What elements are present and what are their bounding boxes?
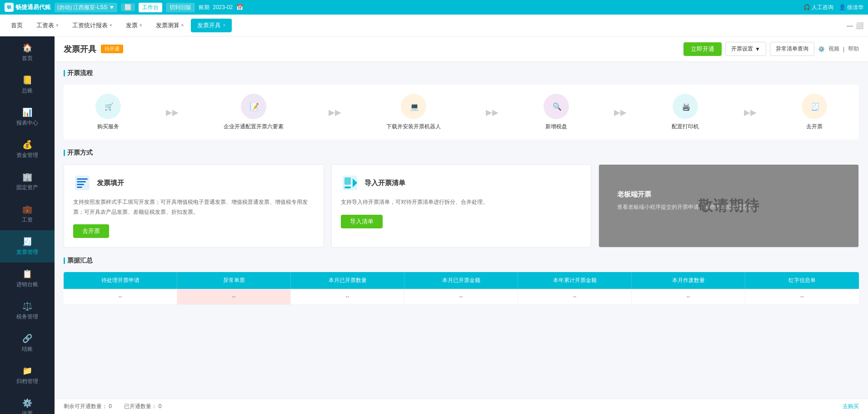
manual-fill-icon <box>73 174 91 192</box>
abnormal-query-button[interactable]: 异常清单查询 <box>770 42 814 56</box>
funds-icon: 💰 <box>22 140 32 150</box>
open-now-button[interactable]: 立即开通 <box>683 42 722 56</box>
nav-right: — ⬜ <box>847 22 863 29</box>
headset-icon: 🎧 <box>803 4 810 10</box>
remaining-value: 0 <box>109 403 112 409</box>
sidebar-item-home[interactable]: 🏠 首页 <box>0 36 55 69</box>
workspace-button[interactable]: 工作台 <box>139 3 162 12</box>
buy-link[interactable]: 去购买 <box>843 403 859 410</box>
service-btn[interactable]: 🎧 人工咨询 <box>803 4 833 11</box>
footer-left: 剩余可开通数量： 0 已开通数量： 0 <box>64 403 161 410</box>
copy-button[interactable]: ⬜ <box>121 3 135 11</box>
step-enterprise-setup: 📝 企业开通配置开票六要素 <box>224 94 284 131</box>
tab-salary-report[interactable]: 工资统计报表 × <box>66 19 119 32</box>
sidebar-item-settings[interactable]: ⚙️ 设置 <box>0 392 55 414</box>
add-taxbox-icon: 🔍 <box>544 94 569 119</box>
svg-text:💻: 💻 <box>410 102 419 111</box>
invoice-mgmt-icon: 🧾 <box>22 237 32 247</box>
svg-rect-12 <box>75 176 90 190</box>
manual-fill-btn[interactable]: 去开票 <box>73 224 109 238</box>
sidebar-item-reconcile[interactable]: 🔗 结账 <box>0 327 55 359</box>
sidebar-item-archive[interactable]: 📁 归档管理 <box>0 359 55 392</box>
maximize-icon[interactable]: ⬜ <box>856 22 863 29</box>
summary-table-row: -- -- -- -- -- -- -- <box>64 289 859 305</box>
company-select[interactable]: (勿动) 江西服室-LSS ▼ <box>55 3 117 12</box>
sidebar-item-salary[interactable]: 💼 工资 <box>0 198 55 230</box>
period-label: 账期 2023-02 📅 <box>199 4 243 11</box>
close-salary-tab[interactable]: × <box>56 23 59 28</box>
sidebar-item-ledger[interactable]: 📒 总账 <box>0 69 55 101</box>
tab-home[interactable]: 首页 <box>5 19 29 32</box>
sidebar-item-funds[interactable]: 💰 资金管理 <box>0 133 55 166</box>
open-settings-button[interactable]: 开票设置 ▼ <box>725 42 766 56</box>
main-layout: 🏠 首页 📒 总账 📊 报表中心 💰 资金管理 🏢 固定资产 💼 工资 🧾 发票… <box>0 36 868 414</box>
close-invoice-issue-tab[interactable]: × <box>223 23 225 28</box>
sidebar-item-tax[interactable]: ⚖️ 税务管理 <box>0 295 55 327</box>
cell-0-1: -- <box>177 289 291 305</box>
ledger-icon: 📒 <box>22 75 32 85</box>
status-badge: 待开通 <box>101 45 123 53</box>
svg-rect-18 <box>344 177 351 185</box>
step-issue-invoice: 🧾 去开票 <box>802 94 827 131</box>
step-buy-service: 🛒 购买服务 <box>95 94 121 131</box>
sidebar-item-reports[interactable]: 📊 报表中心 <box>0 101 55 133</box>
svg-text:🖨️: 🖨️ <box>682 102 691 111</box>
col-header-0: 待处理开票申请 <box>64 272 177 289</box>
tab-invoice[interactable]: 发票 × <box>120 19 149 32</box>
close-invoice-calc-tab[interactable]: × <box>181 23 184 28</box>
svg-rect-15 <box>77 184 84 185</box>
user-icon: 👤 <box>839 4 846 10</box>
config-printer-icon: 🖨️ <box>673 94 698 119</box>
page-header-right: ⚙️ 视频 | 帮助 <box>818 45 859 53</box>
content-body: 开票流程 🛒 购买服务 ▶▶ <box>55 62 868 399</box>
manual-fill-desc: 支持按照发票样式手工填写开发票；可开具增值税电子普通发票、增值税普通发票、增值税… <box>73 197 314 217</box>
sidebar-item-invoice-mgmt[interactable]: 🧾 发票管理 <box>0 230 55 263</box>
sidebar-item-assets[interactable]: 🏢 固定资产 <box>0 166 55 198</box>
nav-bar: 首页 工资表 × 工资统计报表 × 发票 × 发票测算 × 发票开具 × — ⬜ <box>0 15 868 36</box>
reports-icon: 📊 <box>22 107 32 117</box>
switch-old-button[interactable]: 切到旧版 <box>166 3 195 12</box>
step-config-printer-label: 配置打印机 <box>672 123 699 131</box>
user-btn[interactable]: 👤 徐淡华 <box>839 4 863 11</box>
minimize-icon[interactable]: — <box>847 22 853 29</box>
close-salary-report-tab[interactable]: × <box>110 23 112 28</box>
close-invoice-tab[interactable]: × <box>140 23 142 28</box>
company-name: (勿动) 江西服室-LSS <box>57 4 107 11</box>
method-section-title: 开票方式 <box>64 149 859 157</box>
page-footer: 剩余可开通数量： 0 已开通数量： 0 去购买 <box>55 399 868 414</box>
process-flow: 🛒 购买服务 ▶▶ 📝 企业开通配置开票六要素 ▶▶ <box>64 85 859 140</box>
svg-text:🛒: 🛒 <box>105 102 114 111</box>
cell-0-5: -- <box>632 289 745 305</box>
page-title: 发票开具 <box>64 44 96 55</box>
svg-text:🔍: 🔍 <box>553 102 562 111</box>
dropdown-icon: ▼ <box>109 4 115 10</box>
tax-icon: ⚖️ <box>22 301 32 311</box>
issue-invoice-icon: 🧾 <box>802 94 827 119</box>
settings-dropdown-icon: ▼ <box>755 46 760 52</box>
help-label[interactable]: 帮助 <box>848 45 859 53</box>
opened-label: 已开通数量： <box>124 403 157 409</box>
app-logo: 畅 畅捷通易代账 <box>5 3 51 12</box>
step-enterprise-setup-label: 企业开通配置开票六要素 <box>224 123 284 131</box>
sidebar-item-purchase-sales[interactable]: 📋 进销台账 <box>0 263 55 295</box>
tab-invoice-issue[interactable]: 发票开具 × <box>191 19 232 32</box>
import-list-desc: 支持导入待开票清单，可对待开票清单进行拆分、合并处理。 <box>341 197 582 207</box>
step-buy-service-label: 购买服务 <box>97 123 119 131</box>
reconcile-icon: 🔗 <box>22 333 32 343</box>
opened-value: 0 <box>159 403 162 409</box>
tab-invoice-calc[interactable]: 发票测算 × <box>150 19 190 32</box>
cell-0-0: -- <box>64 289 177 305</box>
svg-rect-13 <box>77 178 88 180</box>
video-label[interactable]: 视频 <box>828 45 839 53</box>
assets-icon: 🏢 <box>22 172 32 182</box>
summary-table: 待处理开票申请 异常单票 本月已开票数量 本月已开票金额 本年累计开票金额 本月… <box>64 272 859 305</box>
import-list-btn[interactable]: 导入清单 <box>341 215 383 228</box>
import-list-title: 导入开票清单 <box>364 179 405 187</box>
tab-salary[interactable]: 工资表 × <box>30 19 65 32</box>
download-robot-icon: 💻 <box>401 94 426 119</box>
page-header: 发票开具 待开通 立即开通 开票设置 ▼ 异常清单查询 ⚙️ 视频 | 帮助 <box>55 36 868 62</box>
manual-fill-title: 发票填开 <box>97 179 124 187</box>
invoice-methods: 发票填开 支持按照发票样式手工填写开发票；可开具增值税电子普通发票、增值税普通发… <box>64 164 859 247</box>
settings-circle-icon: ⚙️ <box>818 46 825 52</box>
method-card-manual-fill: 发票填开 支持按照发票样式手工填写开发票；可开具增值税电子普通发票、增值税普通发… <box>64 164 324 247</box>
